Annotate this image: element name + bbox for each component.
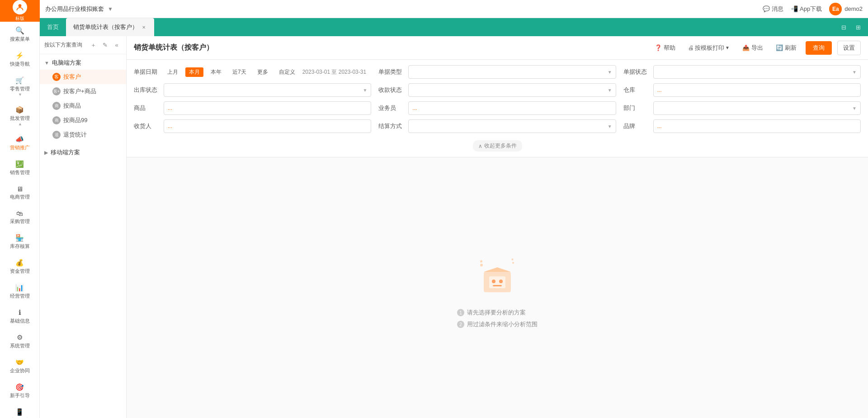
sidebar-item-basic-info[interactable]: ℹ 基础信息	[0, 304, 39, 329]
scheme-item-by-customer[interactable]: 客 按客户	[40, 70, 126, 84]
sidebar-item-operation[interactable]: 📊 经营管理	[0, 279, 39, 304]
brand-label: 品牌	[623, 122, 651, 130]
tab-home[interactable]: 首页	[40, 18, 66, 36]
tab-maximize-button[interactable]: ⊞	[852, 21, 864, 33]
filter-row-3: 商品 ... 业务员 ... 部门	[134, 101, 861, 115]
collapse-button[interactable]: ∧ 收起更多条件	[473, 140, 522, 152]
refresh-button[interactable]: 🔄 刷新	[772, 42, 800, 54]
enterprise-icon: 🤝	[15, 358, 24, 366]
basic-info-icon: ℹ	[19, 309, 21, 317]
receiver-label: 收货人	[134, 122, 161, 130]
sidebar-item-newuser[interactable]: 🎯 新手引导	[0, 379, 39, 404]
refresh-label: 刷新	[785, 44, 797, 52]
sidebar-item-finance[interactable]: 💰 资金管理	[0, 254, 39, 279]
sidebar-item-quick-nav[interactable]: ⚡ 快捷导航	[0, 47, 39, 72]
minimize-icon: ⊟	[841, 24, 846, 31]
sidebar-item-inventory[interactable]: 🏪 库存核算	[0, 229, 39, 254]
print-button[interactable]: 🖨 按模板打印 ▼	[684, 42, 733, 54]
date-tab-custom[interactable]: 自定义	[275, 67, 299, 77]
collapse-row: ∧ 收起更多条件	[134, 138, 861, 152]
app-download-button[interactable]: 📲 App下载	[791, 5, 822, 13]
sidebar-item-label-ecommerce: 电商管理	[10, 194, 30, 200]
tab-close-button[interactable]: ✕	[141, 24, 147, 30]
date-tab-this-month[interactable]: 本月	[185, 67, 203, 77]
sidebar-item-label-enterprise: 企业协同	[10, 367, 30, 374]
collapse-panel-button[interactable]: «	[112, 40, 122, 50]
goods-input[interactable]: ...	[164, 101, 371, 115]
department-input[interactable]: ▼	[653, 101, 861, 115]
scheme-item-by-goods-99[interactable]: 商 按商品99	[40, 113, 126, 128]
query-button[interactable]: 查询	[806, 41, 832, 55]
date-tab-this-year[interactable]: 本年	[207, 67, 225, 77]
help-button[interactable]: ❓ 帮助	[651, 42, 679, 54]
sidebar-item-label-newuser: 新手引导	[10, 392, 30, 399]
message-button[interactable]: 💬 消息	[763, 5, 783, 13]
user-name: demo2	[844, 5, 863, 12]
industry-dropdown-icon[interactable]: ▼	[108, 6, 113, 12]
mobile-group-header[interactable]: ▶ 移动端方案	[40, 146, 126, 159]
marketing-icon: 📣	[15, 135, 24, 143]
goods-label: 商品	[134, 104, 161, 112]
date-tab-more[interactable]: 更多	[254, 67, 272, 77]
print-dropdown-icon: ▼	[725, 45, 730, 50]
tab-sales-stat[interactable]: 销货单统计表（按客户） ✕	[66, 18, 154, 36]
help-label: 帮助	[664, 44, 675, 52]
chevron-right-icon: ▶	[44, 150, 48, 156]
settlement-label: 结算方式	[378, 122, 406, 130]
sidebar-item-retail[interactable]: 🛒 零售管理 ▼	[0, 72, 39, 101]
filter-item-salesperson: 业务员 ...	[378, 101, 616, 115]
sidebar-item-sales[interactable]: 💹 销售管理	[0, 156, 39, 180]
sidebar-item-label-finance: 资金管理	[10, 268, 30, 275]
tip-num-1: 1	[457, 309, 464, 316]
scheme-item-return-stat[interactable]: 退 退货统计	[40, 128, 126, 142]
brand-input[interactable]: ...	[653, 119, 861, 133]
add-scheme-button[interactable]: ＋	[88, 40, 98, 50]
sidebar-item-label-quick-nav: 快捷导航	[10, 61, 30, 67]
retail-icon: 🛒	[15, 76, 24, 85]
date-tab-last-month[interactable]: 上月	[164, 67, 182, 77]
sidebar-item-enterprise[interactable]: 🤝 企业协同	[0, 354, 39, 379]
settings-button[interactable]: 设置	[837, 41, 861, 55]
scheme-icon-by-customer-goods: 客+	[52, 87, 61, 95]
date-tabs: 上月 本月 本年 近7天 更多 自定义 2023-03-01 至 2023-03…	[164, 67, 366, 77]
svg-point-0	[18, 4, 21, 7]
sidebar-item-app-center[interactable]: 📱 应用中心	[0, 404, 39, 418]
scheme-item-by-customer-goods[interactable]: 客+ 按客户+商品	[40, 84, 126, 99]
user-profile-button[interactable]: Ea demo2	[829, 3, 863, 15]
warehouse-input[interactable]: ...	[653, 83, 861, 97]
date-tab-7days[interactable]: 近7天	[229, 67, 250, 77]
date-range-display: 2023-03-01 至 2023-03-31	[302, 68, 366, 76]
order-status-input[interactable]: ▼	[653, 65, 861, 79]
desktop-group-header[interactable]: ▼ 电脑端方案	[40, 56, 126, 70]
sidebar-item-ecommerce[interactable]: 🖥 电商管理	[0, 180, 39, 205]
sidebar-item-marketing[interactable]: 📣 营销推广	[0, 131, 39, 156]
sidebar-item-label-operation: 经营管理	[10, 293, 30, 299]
filter-item-department: 部门 ▼	[623, 101, 861, 115]
sidebar-search-item[interactable]: 🔍 搜索菜单	[0, 22, 39, 47]
filter-item-order-status: 单据状态 ▼	[623, 65, 861, 79]
receiver-input[interactable]: ...	[164, 119, 371, 133]
order-status-dropdown-icon: ▼	[852, 70, 857, 75]
content-area: 按以下方案查询 ＋ ✎ « ▼ 电脑端方案 客 按客户 客+	[40, 36, 868, 418]
maximize-icon: ⊞	[856, 24, 861, 31]
filter-item-warehouse: 仓库 ...	[623, 83, 861, 97]
sidebar-item-purchase[interactable]: 🛍 采购管理	[0, 205, 39, 229]
sidebar-item-system[interactable]: ⚙ 系统管理	[0, 329, 39, 354]
salesperson-label: 业务员	[378, 104, 406, 112]
filter-item-date: 单据日期 上月 本月 本年 近7天 更多 自定义 2023-03-01 至 20…	[134, 67, 371, 77]
salesperson-input[interactable]: ...	[408, 101, 616, 115]
svg-text:★: ★	[479, 259, 483, 264]
settlement-input[interactable]: ▼	[408, 119, 616, 133]
sidebar-logo: 标版	[0, 0, 40, 22]
out-status-input[interactable]: ▼	[164, 83, 371, 97]
scheme-item-label-return-stat: 退货统计	[63, 131, 87, 139]
tab-minimize-button[interactable]: ⊟	[837, 21, 850, 33]
sidebar-item-wholesale[interactable]: 📦 批发管理 ▲	[0, 101, 39, 131]
collapse-up-icon: ∧	[478, 143, 482, 149]
payment-status-input[interactable]: ▼	[408, 83, 616, 97]
export-button[interactable]: 📤 导出	[739, 42, 767, 54]
order-type-input[interactable]: ▼	[408, 65, 616, 79]
industry-title: 办公用品行业模拟账套	[45, 5, 104, 13]
edit-scheme-button[interactable]: ✎	[100, 40, 110, 50]
scheme-item-by-goods[interactable]: 商 按商品	[40, 99, 126, 113]
